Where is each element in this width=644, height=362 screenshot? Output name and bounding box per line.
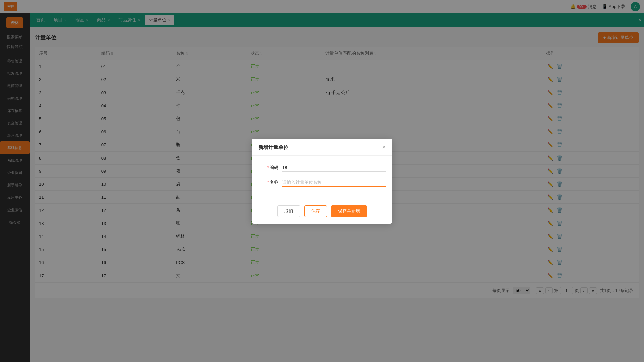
cancel-button[interactable]: 取消: [277, 205, 300, 217]
save-button[interactable]: 保存: [304, 205, 327, 217]
code-label: *编码: [258, 165, 278, 171]
modal-overlay: 新增计量单位 × *编码 *名称 取消 保存 保存并新增: [0, 0, 644, 362]
save-and-new-button[interactable]: 保存并新增: [331, 205, 367, 217]
name-label: *名称: [258, 179, 278, 185]
modal-footer: 取消 保存 保存并新增: [252, 201, 392, 224]
code-field-row: *编码: [258, 164, 386, 172]
modal-header: 新增计量单位 ×: [252, 139, 392, 156]
code-input[interactable]: [282, 164, 386, 172]
modal-title: 新增计量单位: [258, 144, 288, 151]
modal-close-button[interactable]: ×: [382, 144, 386, 151]
name-field-row: *名称: [258, 178, 386, 187]
modal-body: *编码 *名称: [252, 156, 392, 201]
name-input[interactable]: [282, 178, 386, 187]
add-unit-modal: 新增计量单位 × *编码 *名称 取消 保存 保存并新增: [252, 139, 392, 224]
